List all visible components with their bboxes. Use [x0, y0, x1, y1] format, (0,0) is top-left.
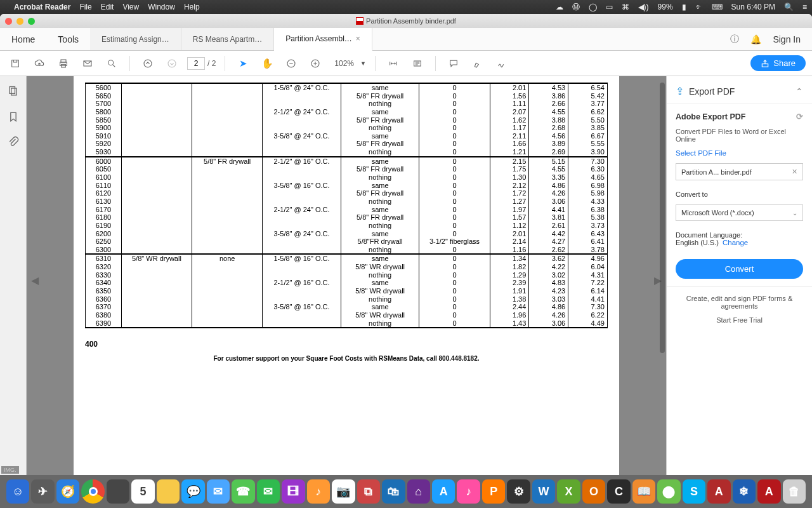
zoom-dropdown-icon[interactable]: ▼ [360, 60, 366, 67]
fit-width-icon[interactable] [384, 55, 402, 72]
menu-file[interactable]: File [79, 3, 91, 11]
highlight-icon[interactable] [469, 55, 487, 72]
dock-app[interactable]: O [582, 479, 605, 504]
dock-app[interactable] [81, 479, 104, 504]
dock-app[interactable]: ⌂ [407, 479, 430, 504]
bookmark-icon[interactable] [7, 110, 20, 123]
tools-button[interactable]: Tools [46, 28, 90, 50]
keyboard-icon[interactable]: ⌨ [712, 3, 723, 11]
pointer-icon[interactable]: ➤ [234, 55, 252, 72]
doc-tab-2[interactable]: Partition Assembl…× [274, 28, 372, 51]
dock-app[interactable]: S [683, 479, 705, 504]
dock-app[interactable]: A [707, 479, 730, 504]
close-button[interactable] [5, 18, 12, 25]
dock-app[interactable]: ☎ [232, 479, 254, 504]
dock-app[interactable]: ✉ [207, 479, 230, 504]
zoom-in-icon[interactable] [306, 55, 324, 72]
dock-app[interactable]: 📖 [632, 479, 655, 504]
bell-icon[interactable]: 🔔 [750, 34, 761, 44]
hand-icon[interactable]: ✋ [258, 55, 276, 72]
selected-file-field[interactable]: Partition A... binder.pdf ✕ [676, 163, 803, 180]
volume-icon[interactable]: ◀)) [638, 3, 649, 11]
menu-window[interactable]: Window [148, 3, 175, 11]
remove-file-icon[interactable]: ✕ [792, 168, 797, 176]
doc-tab-0[interactable]: Estimating Assign… [90, 28, 181, 50]
scrollbar-thumb[interactable] [660, 83, 665, 353]
comment-icon[interactable] [445, 55, 462, 72]
select-file-link[interactable]: Select PDF File [676, 149, 803, 157]
page-input[interactable] [187, 57, 205, 70]
page-down-icon[interactable] [163, 55, 181, 72]
dock-app[interactable]: X [557, 479, 580, 504]
dock-app[interactable]: ♪ [307, 479, 330, 504]
dock-app[interactable]: P [482, 479, 505, 504]
dock-app[interactable]: ♪ [457, 479, 480, 504]
sign-icon[interactable] [493, 55, 511, 72]
help-icon[interactable]: ⓘ [730, 34, 739, 45]
change-lang-link[interactable]: Change [723, 239, 748, 246]
dock-app[interactable]: 🧭 [56, 479, 79, 504]
dock-app[interactable]: 5 [131, 479, 154, 504]
attachment-icon[interactable] [7, 136, 20, 149]
collapse-chevron-icon[interactable]: ⌃ [796, 86, 803, 97]
cloud-icon[interactable]: ☁ [556, 3, 563, 11]
shield-icon[interactable]: ◯ [589, 3, 597, 11]
page-up-icon[interactable] [139, 55, 157, 72]
dock-app[interactable] [157, 479, 180, 504]
thumbnails-icon[interactable] [7, 85, 20, 98]
display-icon[interactable]: ▭ [606, 3, 613, 11]
doc-tab-1[interactable]: RS Means Apartm… [181, 28, 274, 50]
menu-edit[interactable]: Edit [101, 3, 114, 11]
menu-help[interactable]: Help [184, 3, 200, 11]
document-viewport[interactable]: ◀ 56001-5/8" @ 24" O.C.same02.014.536.54… [27, 76, 666, 475]
menu-icon[interactable]: ≡ [802, 3, 807, 11]
home-button[interactable]: Home [0, 28, 46, 50]
app-name[interactable]: Acrobat Reader [14, 3, 70, 11]
zoom-value[interactable]: 102% [331, 58, 358, 69]
dock-app[interactable]: ❄ [733, 479, 756, 504]
dock-app[interactable]: ⚙ [507, 479, 530, 504]
dock-app[interactable]: W [532, 479, 555, 504]
start-trial-link[interactable]: Start Free Trial [676, 316, 803, 324]
dock-app[interactable]: ⬤ [657, 479, 680, 504]
prev-page-chevron[interactable]: ◀ [30, 276, 39, 284]
read-mode-icon[interactable] [409, 55, 426, 72]
wifi-icon[interactable]: ᯤ [695, 3, 703, 11]
bluetooth-icon[interactable]: ⌘ [622, 3, 629, 11]
dock-app[interactable]: ✉ [257, 479, 280, 504]
dock-app[interactable]: ⧉ [357, 479, 380, 504]
toolbar: / 2 ➤ ✋ 102% ▼ Share [0, 51, 812, 76]
dock-app[interactable]: 📷 [332, 479, 355, 504]
sign-in-button[interactable]: Sign In [773, 34, 801, 44]
dock-app[interactable]: A [757, 479, 780, 504]
mail-icon[interactable] [79, 55, 96, 72]
dock-app[interactable] [107, 479, 129, 504]
convert-button[interactable]: Convert [676, 259, 803, 279]
dock-app[interactable]: 🛍 [382, 479, 405, 504]
menu-view[interactable]: View [122, 3, 139, 11]
dock-app[interactable]: A [432, 479, 455, 504]
spotlight-icon[interactable]: 🔍 [784, 3, 794, 11]
cloud-sync-icon[interactable]: ⟳ [796, 112, 803, 121]
scrollbar[interactable] [660, 83, 665, 469]
close-tab-icon[interactable]: × [356, 34, 360, 43]
lang-label: Document Language: [676, 231, 742, 239]
minimize-button[interactable] [16, 18, 23, 25]
dock-app[interactable]: ☺ [6, 479, 29, 504]
dock-app[interactable]: 🎞 [282, 479, 304, 504]
print-icon[interactable] [55, 55, 72, 72]
zoom-button[interactable] [28, 18, 35, 25]
dock-app[interactable]: C [607, 479, 630, 504]
dock-app[interactable]: ✈ [31, 479, 54, 504]
cloud-upload-icon[interactable] [30, 55, 48, 72]
clock[interactable]: Sun 6:40 PM [731, 3, 775, 11]
format-select[interactable]: Microsoft Word (*.docx) ⌄ [676, 204, 803, 221]
search-icon[interactable] [103, 55, 121, 72]
share-button[interactable]: Share [750, 55, 806, 71]
zoom-out-icon[interactable] [282, 55, 300, 72]
dock-app[interactable]: 🗑 [783, 479, 806, 504]
m-icon[interactable]: Ⓜ [572, 2, 580, 13]
export-pdf-header[interactable]: Export PDF [689, 86, 735, 97]
dock-app[interactable]: 💬 [181, 479, 204, 504]
save-icon[interactable] [6, 55, 24, 72]
